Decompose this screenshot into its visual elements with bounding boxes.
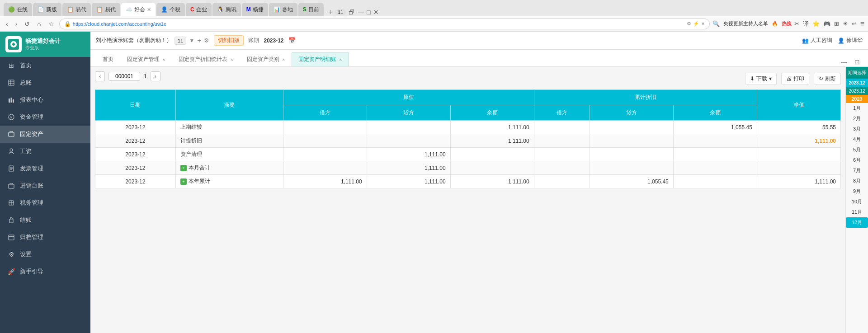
calendar-icon[interactable]: 📅: [288, 37, 296, 44]
tab-close-5[interactable]: ✕: [147, 7, 151, 13]
page-tab-mgmt-label: 固定资产管理: [127, 56, 160, 63]
period-month-3[interactable]: 3月: [846, 124, 868, 134]
bookmark-btn[interactable]: ☆: [46, 19, 57, 28]
sidebar-item-tax[interactable]: 税务管理: [0, 194, 90, 211]
window-minimize-btn[interactable]: —: [838, 57, 850, 66]
browser-tab-4[interactable]: 📋易代: [92, 3, 120, 16]
sidebar-title-block: 畅捷通好会计 专业版: [25, 38, 61, 52]
new-tab-btn[interactable]: +: [328, 8, 332, 16]
page-tab-mgmt-close[interactable]: ×: [162, 57, 165, 62]
settings-gear-btn[interactable]: ⚙: [204, 37, 209, 44]
star-icon[interactable]: ⭐: [812, 20, 820, 27]
sidebar-item-general-ledger[interactable]: 总账: [0, 74, 90, 91]
period-month-5[interactable]: 5月: [846, 145, 868, 155]
sidebar-item-salary[interactable]: 工资: [0, 143, 90, 160]
window-controls: — ⊡: [838, 57, 863, 66]
sidebar-item-archive[interactable]: 归档管理: [0, 229, 90, 246]
row3-summary: 资产清理: [175, 148, 283, 161]
scissors-icon[interactable]: ✂: [794, 20, 799, 27]
help-btn[interactable]: 👥 人工咨询: [802, 37, 832, 44]
row1-date: 2023-12: [95, 121, 176, 134]
browser-tab-8[interactable]: 🐧腾讯: [212, 3, 241, 16]
period-month-11[interactable]: 11月: [846, 207, 868, 217]
ledger-icon: [7, 79, 15, 87]
translate-icon[interactable]: 译: [803, 20, 809, 28]
sidebar-item-home[interactable]: ⊞ 首页: [0, 57, 90, 74]
account-number-input[interactable]: [108, 72, 140, 81]
refresh-btn[interactable]: ↻ 刷新: [814, 73, 841, 85]
page-tab-category-close[interactable]: ×: [282, 57, 285, 62]
browser-tab-9[interactable]: M畅捷: [242, 3, 268, 16]
home-btn[interactable]: ⌂: [35, 19, 43, 28]
page-tab-home[interactable]: 首页: [96, 52, 120, 66]
expand-btn[interactable]: ▼: [189, 38, 194, 44]
print-btn[interactable]: 🖨 打印: [781, 73, 809, 85]
sidebar-item-settings[interactable]: ⚙ 设置: [0, 246, 90, 263]
browser-chrome: 🟢 在线 📄新版 📋易代 📋易代 ☁️好会 ✕ 👤个税 C企业 🐧腾讯 M畅捷: [0, 0, 868, 32]
col-accumulated-group: 累计折旧: [534, 90, 757, 105]
page-tab-ledger-close[interactable]: ×: [339, 57, 342, 62]
period-year-label[interactable]: 2023: [846, 95, 868, 103]
minimize-btn[interactable]: —: [358, 9, 364, 16]
sidebar-item-closing[interactable]: 结账: [0, 211, 90, 229]
sidebar-item-invoice[interactable]: 发票管理: [0, 160, 90, 177]
user-btn[interactable]: 👤 徐译华: [838, 37, 863, 44]
month-total-icon: +: [180, 165, 187, 171]
browser-tab-5[interactable]: ☁️好会 ✕: [121, 3, 156, 16]
history-icon[interactable]: ↩: [852, 20, 857, 27]
sun-icon[interactable]: ☀: [843, 20, 848, 27]
browser-tab-3[interactable]: 📋易代: [62, 3, 91, 16]
page-tab-depreciation-stat[interactable]: 固定资产折旧统计表 ×: [172, 52, 240, 66]
sidebar-item-guide[interactable]: 🚀 新手引导: [0, 263, 90, 280]
logo-inner: [8, 39, 19, 50]
search-text: 央视更新主持人名单: [723, 20, 768, 27]
download-btn[interactable]: ⬇ 下载 ▾: [745, 73, 777, 85]
back-btn[interactable]: ‹: [4, 19, 10, 28]
next-account-btn[interactable]: ›: [151, 71, 160, 81]
period-month-8[interactable]: 8月: [846, 176, 868, 186]
browser-tab-11[interactable]: S目前: [298, 3, 324, 16]
period-month-7[interactable]: 7月: [846, 165, 868, 176]
period-month-1[interactable]: 1月: [846, 103, 868, 113]
page-tab-asset-category[interactable]: 固定资产类别 ×: [240, 52, 292, 66]
tax-icon: [7, 199, 15, 207]
prev-account-btn[interactable]: ‹: [95, 71, 105, 81]
maximize-btn[interactable]: □: [367, 9, 370, 16]
reload-btn[interactable]: ↺: [22, 19, 32, 28]
period-month-9[interactable]: 9月: [846, 186, 868, 197]
game-icon[interactable]: 🎮: [823, 20, 830, 27]
forward-btn[interactable]: ›: [13, 19, 20, 28]
period-month-6[interactable]: 6月: [846, 155, 868, 165]
browser-tab-2[interactable]: 📄新版: [33, 3, 61, 16]
browser-tab-7[interactable]: C企业: [186, 3, 212, 16]
close-window-btn[interactable]: ✕: [373, 9, 379, 16]
restore-btn[interactable]: 🗗: [349, 9, 355, 16]
sidebar-item-fixed-asset[interactable]: 固定资产: [0, 126, 90, 143]
page-tab-fixed-asset-mgmt[interactable]: 固定资产管理 ×: [120, 52, 172, 66]
period-month-2[interactable]: 2月: [846, 113, 868, 124]
browser-tab-10[interactable]: 📊各地: [269, 3, 297, 16]
period-month-12[interactable]: 12月: [846, 217, 868, 228]
page-tab-asset-ledger[interactable]: 固定资产明细账 ×: [292, 52, 349, 66]
row3-acc-balance: [673, 148, 757, 161]
grid-icon[interactable]: ⊞: [834, 20, 839, 27]
switch-version-btn[interactable]: 切到旧版: [214, 35, 244, 46]
col-date: 日期: [95, 90, 176, 121]
menu-icon[interactable]: ≡: [860, 20, 864, 28]
window-maximize-btn[interactable]: ⊡: [852, 57, 863, 66]
period-month-4[interactable]: 4月: [846, 134, 868, 145]
search-icon[interactable]: 🔍: [712, 20, 720, 27]
sidebar-item-inventory[interactable]: 进销台账: [0, 177, 90, 194]
row3-acc-debit: [534, 148, 590, 161]
page-tab-stat-close[interactable]: ×: [230, 57, 233, 62]
period-month-10[interactable]: 10月: [846, 197, 868, 207]
browser-tab-1[interactable]: 🟢 在线: [4, 3, 32, 16]
row3-orig-credit: 1,111.00: [367, 148, 450, 161]
sidebar-item-archive-label: 归档管理: [20, 233, 43, 241]
sidebar-item-report[interactable]: 报表中心: [0, 91, 90, 108]
sidebar-item-fund[interactable]: ¥ 资金管理: [0, 108, 90, 126]
address-bar[interactable]: 🔒 https://cloud.chanjet.com/accounting/u…: [59, 19, 710, 29]
top-bar-right: 👥 人工咨询 👤 徐译华: [802, 37, 863, 44]
browser-tab-6[interactable]: 👤个税: [156, 3, 185, 16]
add-account-btn[interactable]: +: [197, 37, 201, 45]
